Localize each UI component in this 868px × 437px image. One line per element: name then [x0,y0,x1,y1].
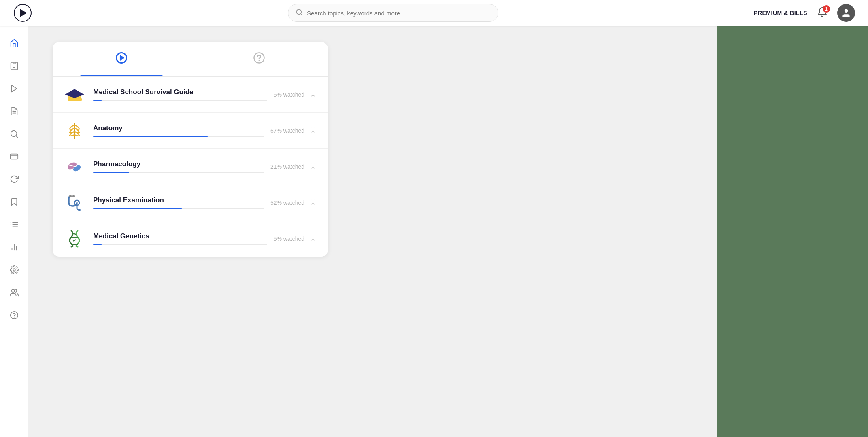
sidebar-item-notes[interactable] [5,102,23,121]
sidebar-item-settings[interactable] [5,261,23,279]
logo-play-icon [20,9,27,17]
course-title: Pharmacology [93,160,264,168]
list-item[interactable]: Anatomy 67% watched [53,113,328,149]
course-title: Physical Examination [93,196,264,204]
course-watched-label: 5% watched [274,91,304,98]
sidebar-item-users[interactable] [5,283,23,302]
svg-point-40 [69,195,72,197]
course-card: Medical School Survival Guide 5% watched [53,42,328,257]
svg-line-44 [73,240,76,241]
course-right: 52% watched [270,198,317,208]
avatar[interactable] [837,4,855,22]
sidebar-item-home[interactable] [5,34,23,53]
course-icon-physical-examination [64,192,85,213]
bookmark-icon[interactable] [309,162,317,172]
search-box[interactable] [288,4,498,22]
course-info-medical-genetics: Medical Genetics [93,232,267,245]
sidebar-item-flashcards[interactable] [5,147,23,166]
course-progress-fill [93,208,182,209]
course-right: 5% watched [274,234,317,244]
search-input[interactable] [307,10,491,17]
svg-rect-3 [13,62,15,64]
logo[interactable] [13,3,32,23]
course-title: Anatomy [93,124,264,132]
course-watched-label: 5% watched [274,235,304,242]
course-icon-pharmacology [64,156,85,177]
course-progress-bar [93,100,267,101]
search-icon [296,8,303,18]
tab-questions[interactable] [190,42,328,76]
course-info-survival-guide: Medical School Survival Guide [93,88,267,101]
bookmark-icon[interactable] [309,198,317,208]
svg-point-22 [13,269,15,271]
sidebar-item-clipboard[interactable] [5,57,23,75]
sidebar-item-search[interactable] [5,125,23,143]
tab-videos[interactable] [53,42,190,76]
course-right: 67% watched [270,126,317,136]
course-icon-survival-guide [64,84,85,105]
course-right: 5% watched [274,90,317,100]
course-title: Medical School Survival Guide [93,88,267,96]
bookmark-icon[interactable] [309,126,317,136]
sidebar-item-progress[interactable] [5,170,23,189]
course-progress-bar [93,172,264,173]
premium-bills-button[interactable]: PREMIUM & BILLS [754,10,807,16]
sidebar [0,26,28,437]
play-tab-icon [115,52,128,67]
course-icon-medical-genetics [64,228,85,249]
course-progress-fill [93,172,129,173]
course-info-physical-examination: Physical Examination [93,196,264,209]
bookmark-icon[interactable] [309,234,317,244]
avatar-icon [841,8,851,18]
course-watched-label: 52% watched [270,199,304,206]
list-item[interactable]: Physical Examination 52% watched [53,185,328,221]
bookmark-icon[interactable] [309,90,317,100]
course-progress-fill [93,244,102,245]
course-progress-bar [93,244,267,245]
course-progress-bar [93,208,264,209]
svg-point-33 [80,98,82,101]
course-progress-fill [93,100,102,101]
sidebar-item-videos[interactable] [5,79,23,98]
sidebar-item-help[interactable] [5,306,23,325]
course-title: Medical Genetics [93,232,267,240]
svg-line-1 [301,13,302,15]
header-right: PREMIUM & BILLS 1 [754,4,855,22]
sidebar-item-list[interactable] [5,215,23,234]
course-watched-label: 67% watched [270,127,304,134]
course-progress-bar [93,136,264,137]
svg-point-23 [11,289,14,292]
notification-badge: 1 [823,5,830,13]
right-panel [717,26,868,437]
body: Medical School Survival Guide 5% watched [0,26,868,437]
svg-point-2 [845,9,848,13]
course-progress-fill [93,136,208,137]
list-item[interactable]: Medical School Survival Guide 5% watched [53,77,328,113]
sidebar-item-stats[interactable] [5,238,23,257]
svg-line-10 [16,136,17,137]
svg-point-39 [78,209,81,211]
course-info-pharmacology: Pharmacology [93,160,264,173]
header: PREMIUM & BILLS 1 [0,0,868,26]
main-content: Medical School Survival Guide 5% watched [28,26,717,437]
course-watched-label: 21% watched [270,163,304,170]
course-right: 21% watched [270,162,317,172]
course-icon-anatomy [64,120,85,141]
question-tab-icon [253,52,265,67]
course-list: Medical School Survival Guide 5% watched [53,77,328,257]
search-area [32,4,754,22]
svg-point-41 [72,195,75,197]
notification-button[interactable]: 1 [817,7,828,19]
svg-rect-11 [10,154,17,159]
card-tabs [53,42,328,77]
svg-marker-6 [11,85,17,92]
list-item[interactable]: Pharmacology 21% watched [53,149,328,185]
svg-marker-27 [121,56,124,60]
sidebar-item-bookmarks[interactable] [5,193,23,211]
list-item[interactable]: Medical Genetics 5% watched [53,221,328,257]
course-info-anatomy: Anatomy [93,124,264,137]
